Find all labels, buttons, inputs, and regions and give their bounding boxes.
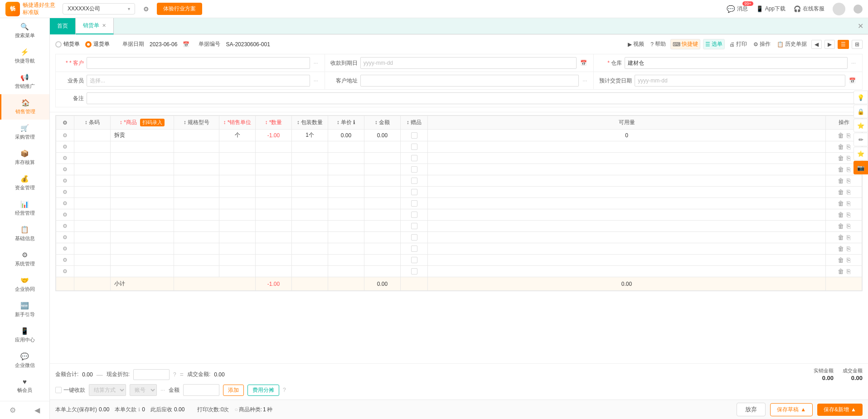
row-settings-cell[interactable]: ⚙ (56, 232, 74, 243)
copy-icon[interactable]: ⎘ (847, 245, 850, 252)
row-package-qty[interactable] (292, 187, 328, 198)
abandon-btn[interactable]: 放弃 (737, 403, 766, 416)
delete-icon[interactable]: 🗑 (838, 177, 844, 184)
sidebar-item-system[interactable]: ⚙ 系统管理 (0, 246, 49, 272)
copy-icon[interactable]: ⎘ (847, 222, 850, 230)
row-unit[interactable] (219, 164, 256, 175)
row-package-qty[interactable] (292, 141, 328, 153)
row-amount[interactable] (364, 243, 401, 255)
customer-address-input[interactable] (360, 75, 579, 87)
row-barcode[interactable] (74, 266, 111, 277)
online-service-btn[interactable]: 🎧 在线客服 (794, 5, 824, 13)
sidebar-item-purchase[interactable]: 🛒 采购管理 (0, 120, 49, 145)
float-btn-1[interactable]: 💡 (853, 91, 868, 104)
row-spec[interactable] (174, 141, 219, 153)
row-unit-price[interactable]: 0.00 (328, 130, 364, 141)
sidebar-settings-btn[interactable]: ⚙ (8, 404, 18, 416)
delete-icon[interactable]: 🗑 (838, 154, 844, 162)
row-gift[interactable] (401, 153, 428, 164)
amount-input-footer[interactable] (183, 384, 219, 396)
payment-due-input[interactable]: yyyy-mm-dd (360, 57, 577, 69)
one-click-pay-checkbox[interactable]: 一键收款 (55, 386, 85, 394)
copy-icon[interactable]: ⎘ (847, 154, 850, 162)
row-gift[interactable] (401, 232, 428, 243)
row-quantity[interactable] (256, 221, 292, 232)
row-quantity[interactable] (256, 187, 292, 198)
salesperson-dots-btn[interactable]: ··· (313, 77, 319, 84)
row-amount[interactable] (364, 198, 401, 209)
row-product[interactable] (111, 198, 174, 209)
next-btn[interactable]: ▶ (824, 40, 835, 49)
video-btn[interactable]: ▶ 视频 (626, 39, 646, 49)
row-unit[interactable] (219, 187, 256, 198)
delete-icon[interactable]: 🗑 (838, 222, 844, 230)
row-gift[interactable] (401, 187, 428, 198)
row-product[interactable] (111, 209, 174, 221)
row-barcode[interactable] (74, 221, 111, 232)
row-product[interactable] (111, 141, 174, 153)
row-package-qty[interactable] (292, 198, 328, 209)
row-spec[interactable] (174, 232, 219, 243)
row-product[interactable]: 拆贡 (111, 130, 174, 141)
row-settings-cell[interactable]: ⚙ (56, 141, 74, 153)
row-gift[interactable] (401, 175, 428, 187)
row-package-qty[interactable] (292, 255, 328, 266)
row-quantity[interactable] (256, 232, 292, 243)
row-settings-cell[interactable]: ⚙ (56, 266, 74, 277)
expected-delivery-cal-btn[interactable]: 📅 (848, 77, 857, 84)
row-spec[interactable] (174, 209, 219, 221)
company-selector[interactable]: XXXXXX公司 ▾ (63, 3, 135, 14)
row-barcode[interactable] (74, 198, 111, 209)
copy-icon[interactable]: ⎘ (847, 177, 850, 184)
salesperson-input[interactable]: 选择... (87, 75, 310, 87)
row-unit[interactable]: 个 (219, 130, 256, 141)
row-package-qty[interactable]: 1个 (292, 130, 328, 141)
delete-icon[interactable]: 🗑 (838, 132, 844, 139)
row-barcode[interactable] (74, 255, 111, 266)
row-quantity[interactable] (256, 153, 292, 164)
row-gift[interactable] (401, 164, 428, 175)
row-package-qty[interactable] (292, 175, 328, 187)
row-quantity[interactable] (256, 141, 292, 153)
row-settings-cell[interactable]: ⚙ (56, 153, 74, 164)
sidebar-item-finance[interactable]: 💰 资金管理 (0, 170, 49, 196)
row-unit-price[interactable] (328, 221, 364, 232)
info-icon-balance[interactable]: ℹ (138, 407, 140, 413)
row-spec[interactable] (174, 187, 219, 198)
sidebar-item-app-center[interactable]: 📱 应用中心 (0, 323, 49, 348)
sidebar-item-search[interactable]: 🔍 搜索菜单 (0, 18, 49, 43)
message-btn[interactable]: 💬 消息 99+ (727, 5, 748, 13)
row-unit[interactable] (219, 141, 256, 153)
row-spec[interactable] (174, 221, 219, 232)
row-package-qty[interactable] (292, 266, 328, 277)
float-btn-5[interactable]: ⭐ (853, 147, 868, 160)
row-product[interactable] (111, 153, 174, 164)
try-btn[interactable]: 体验行业方案 (157, 3, 202, 15)
row-spec[interactable] (174, 266, 219, 277)
row-spec[interactable] (174, 255, 219, 266)
row-quantity[interactable] (256, 209, 292, 221)
row-amount[interactable] (364, 266, 401, 277)
row-unit[interactable] (219, 232, 256, 243)
remark-input[interactable] (87, 92, 857, 104)
row-package-qty[interactable] (292, 209, 328, 221)
row-amount[interactable] (364, 153, 401, 164)
row-product[interactable] (111, 175, 174, 187)
row-product[interactable] (111, 255, 174, 266)
sidebar-collapse-btn[interactable]: ◀ (33, 404, 42, 416)
row-unit-price[interactable] (328, 255, 364, 266)
row-amount[interactable] (364, 232, 401, 243)
row-unit[interactable] (219, 198, 256, 209)
sidebar-item-basic-info[interactable]: 📋 基础信息 (0, 221, 49, 246)
row-unit-price[interactable] (328, 243, 364, 255)
row-package-qty[interactable] (292, 164, 328, 175)
row-quantity[interactable] (256, 164, 292, 175)
row-gift[interactable] (401, 266, 428, 277)
delete-icon[interactable]: 🗑 (838, 256, 844, 264)
delete-icon[interactable]: 🗑 (838, 245, 844, 252)
settlement-method-select[interactable]: 结算方式 (89, 384, 126, 396)
calendar-icon[interactable]: 📅 (183, 41, 189, 48)
delete-icon[interactable]: 🗑 (838, 211, 844, 218)
sidebar-item-member[interactable]: ♥ 畅会员 (0, 373, 49, 398)
row-spec[interactable] (174, 130, 219, 141)
